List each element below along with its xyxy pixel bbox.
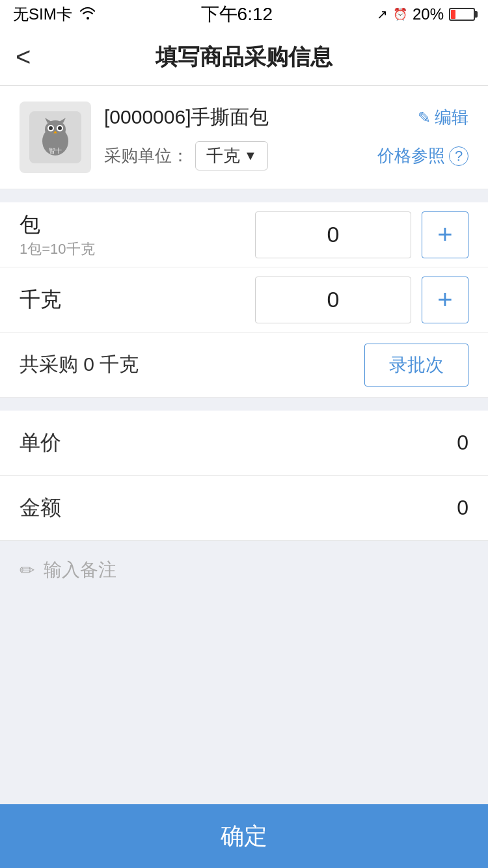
remarks-placeholder: 输入备注 <box>44 558 116 582</box>
dropdown-icon: ▼ <box>244 148 257 163</box>
price-section: 单价 0 金额 0 <box>0 411 488 541</box>
kg-field-container: + <box>98 277 468 323</box>
summary-row: 共采购 0 千克 录批次 <box>0 332 488 398</box>
section-divider-2 <box>0 398 488 411</box>
nav-bar: < 填写商品采购信息 <box>0 29 488 86</box>
battery-icon <box>449 8 475 21</box>
battery-percent: 20% <box>413 5 444 23</box>
bag-plus-button[interactable]: + <box>422 211 468 258</box>
location-icon: ↗ <box>377 7 388 22</box>
svg-point-6 <box>58 126 62 130</box>
remarks-section[interactable]: ✏ 输入备注 <box>0 541 488 599</box>
unit-price-value: 0 <box>457 431 468 455</box>
batch-button[interactable]: 录批次 <box>364 344 468 387</box>
unit-price-row: 单价 0 <box>0 411 488 476</box>
summary-text: 共采购 0 千克 <box>20 351 139 378</box>
bag-qty-input[interactable] <box>255 211 411 258</box>
svg-point-5 <box>49 126 53 130</box>
amount-value: 0 <box>457 496 468 520</box>
product-name: [0000006]手撕面包 <box>104 104 269 131</box>
price-ref-label: 价格参照 <box>377 144 445 167</box>
input-section: 包 1包=10千克 + 千克 + 共采购 0 千克 录批次 <box>0 202 488 398</box>
product-card: 智十 [0000006]手撕面包 ✎ 编辑 采购单位： 千克 ▼ <box>0 86 488 189</box>
confirm-label: 确定 <box>221 821 267 852</box>
edit-label: 编辑 <box>435 106 468 129</box>
bag-label-container: 包 1包=10千克 <box>20 211 98 259</box>
product-image: 智十 <box>29 111 81 163</box>
page-title: 填写商品采购信息 <box>156 42 332 72</box>
unit-label: 采购单位： 千克 ▼ <box>104 141 268 170</box>
amount-label: 金额 <box>20 494 61 522</box>
status-time: 下午6:12 <box>201 2 273 27</box>
kg-input-row: 千克 + <box>0 267 488 332</box>
pencil-icon: ✏ <box>20 560 34 581</box>
svg-text:智十: 智十 <box>49 147 62 154</box>
status-right: ↗ ⏰ 20% <box>377 5 475 23</box>
section-divider-1 <box>0 189 488 202</box>
edit-icon: ✎ <box>418 109 431 127</box>
bag-label: 包 <box>20 211 98 239</box>
confirm-button[interactable]: 确定 <box>0 804 488 868</box>
bag-sublabel: 1包=10千克 <box>20 239 98 259</box>
carrier-text: 无SIM卡 <box>13 4 72 25</box>
product-info: [0000006]手撕面包 ✎ 编辑 采购单位： 千克 ▼ 价格参照 ? <box>104 104 468 170</box>
unit-value: 千克 <box>206 144 240 167</box>
unit-label-text: 采购单位： <box>104 144 189 167</box>
product-thumbnail: 智十 <box>20 102 91 173</box>
product-info-bottom: 采购单位： 千克 ▼ 价格参照 ? <box>104 141 468 170</box>
unit-price-label: 单价 <box>20 429 61 457</box>
product-info-top: [0000006]手撕面包 ✎ 编辑 <box>104 104 468 131</box>
alarm-icon: ⏰ <box>393 7 407 21</box>
back-button[interactable]: < <box>16 42 31 72</box>
wifi-icon <box>79 5 97 23</box>
edit-button[interactable]: ✎ 编辑 <box>418 106 468 129</box>
status-bar: 无SIM卡 下午6:12 ↗ ⏰ 20% <box>0 0 488 29</box>
status-left: 无SIM卡 <box>13 4 97 25</box>
kg-qty-input[interactable] <box>255 277 411 323</box>
kg-plus-button[interactable]: + <box>422 277 468 323</box>
help-icon: ? <box>449 146 468 166</box>
price-ref-button[interactable]: 价格参照 ? <box>377 144 468 167</box>
amount-row: 金额 0 <box>0 476 488 541</box>
kg-label-container: 千克 <box>20 286 98 314</box>
kg-label: 千克 <box>20 286 98 314</box>
unit-select[interactable]: 千克 ▼ <box>195 141 268 170</box>
bag-field-container: + <box>98 211 468 258</box>
bag-input-row: 包 1包=10千克 + <box>0 202 488 267</box>
